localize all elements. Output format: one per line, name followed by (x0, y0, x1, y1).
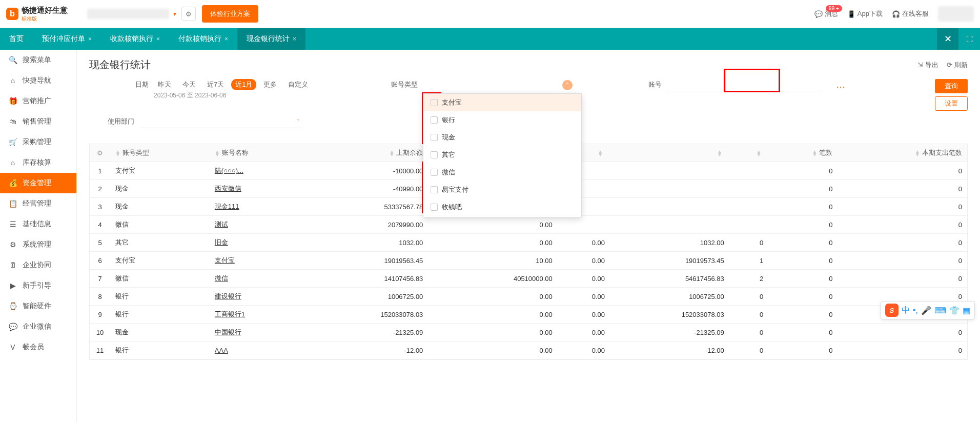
sort-icon[interactable]: ▲▼ (115, 150, 120, 156)
sidebar-item-7[interactable]: 📋经营管理 (0, 193, 76, 214)
dropdown-option-3[interactable]: 其它 (423, 146, 581, 164)
online-service-link[interactable]: 🎧 在线客服 (892, 9, 929, 18)
dropdown-option-0[interactable]: 支付宝 (423, 94, 581, 111)
refresh-button[interactable]: ⟳刷新 (947, 61, 968, 70)
column-header-8[interactable]: ▲▼笔数 (768, 144, 838, 162)
sidebar-item-5[interactable]: ⌂库存核算 (0, 152, 76, 173)
sidebar-item-2[interactable]: 🎁营销推广 (0, 91, 76, 111)
account-name-link[interactable]: AAA (215, 347, 228, 354)
dept-select[interactable]: ˅ (139, 116, 303, 128)
account-name-link[interactable]: 陆(○○○)... (215, 167, 243, 174)
sidebar-item-3[interactable]: 🛍销售管理 (0, 111, 76, 132)
dropdown-option-6[interactable]: 收钱吧 (423, 198, 581, 216)
ime-toolbox-icon[interactable]: ▦ (963, 306, 970, 315)
dropdown-option-1[interactable]: 银行 (423, 111, 581, 129)
account-name-link[interactable]: 现金111 (215, 203, 239, 210)
account-name-link[interactable]: 中国银行 (215, 328, 241, 336)
checkbox-icon[interactable] (431, 116, 438, 124)
account-type-input[interactable] (423, 79, 577, 91)
table-row[interactable]: 5其它旧金1032.000.000.001032.00000 (90, 234, 967, 252)
checkbox-icon[interactable] (431, 204, 438, 211)
column-header-3[interactable]: ▲▼上期余额 (309, 144, 428, 162)
dropdown-option-2[interactable]: 现金 (423, 129, 581, 146)
ime-punct-icon[interactable]: •, (913, 306, 918, 315)
sidebar-item-14[interactable]: V畅会员 (0, 337, 76, 357)
tab-3[interactable]: 付款核销执行× (169, 28, 237, 50)
sidebar-item-1[interactable]: ⌂快捷导航 (0, 70, 76, 91)
user-avatar[interactable] (938, 6, 974, 22)
tab-close-icon[interactable]: × (156, 35, 160, 43)
column-header-6[interactable]: ▲▼ (610, 144, 729, 162)
ime-skin-icon[interactable]: 👕 (949, 306, 959, 315)
sidebar-item-8[interactable]: ☰基础信息 (0, 214, 76, 234)
sidebar-item-0[interactable]: 🔍搜索菜单 (0, 50, 76, 70)
tab-close-icon[interactable]: × (224, 35, 228, 43)
settings-gear-button[interactable]: ⚙ (181, 7, 196, 21)
checkbox-icon[interactable] (431, 134, 438, 141)
messages-link[interactable]: 💬 消息 99 + (814, 9, 838, 18)
dropdown-option-5[interactable]: 易宝支付 (423, 181, 581, 198)
sidebar-item-11[interactable]: ▶新手引导 (0, 275, 76, 296)
sort-icon[interactable]: ▲▼ (915, 150, 920, 156)
account-name-link[interactable]: 工商银行1 (215, 310, 245, 318)
checkbox-icon[interactable] (431, 151, 438, 158)
sort-icon[interactable]: ▲▼ (598, 150, 603, 156)
sidebar-item-4[interactable]: 🛒采购管理 (0, 132, 76, 152)
account-name-link[interactable]: 建设银行 (215, 292, 241, 300)
tab-4[interactable]: 现金银行统计× (237, 28, 305, 50)
fullscreen-button[interactable]: ⛶ (958, 28, 980, 50)
ime-keyboard-icon[interactable]: ⌨ (934, 306, 946, 315)
export-button[interactable]: ⇲导出 (917, 61, 938, 70)
date-chip-4[interactable]: 更多 (259, 79, 281, 90)
account-name-link[interactable]: 西安微信 (215, 185, 241, 192)
account-name-link[interactable]: 旧金 (215, 238, 228, 246)
table-row[interactable]: 11银行AAA-12.000.000.00-12.00000 (90, 341, 967, 359)
date-chip-0[interactable]: 昨天 (154, 79, 175, 90)
table-row[interactable]: 6支付宝支付宝19019563.4510.000.0019019573.4510… (90, 252, 967, 270)
checkbox-icon[interactable] (431, 99, 438, 106)
tab-0[interactable]: 首页 (0, 28, 33, 50)
table-row[interactable]: 7微信微信14107456.8340510000.000.0054617456.… (90, 270, 967, 288)
sort-icon[interactable]: ▲▼ (756, 150, 761, 156)
sort-icon[interactable]: ▲▼ (215, 150, 220, 156)
ime-mic-icon[interactable]: 🎤 (921, 306, 931, 315)
query-button[interactable]: 查询 (935, 79, 968, 93)
column-header-1[interactable]: ▲▼账号类型 (110, 144, 210, 162)
checkbox-icon[interactable] (431, 186, 438, 193)
ime-toolbar[interactable]: S 中 •, 🎤 ⌨ 👕 ▦ (881, 301, 975, 319)
sidebar-item-6[interactable]: 💰资金管理 (0, 173, 76, 193)
column-header-0[interactable]: ⚙ (90, 144, 110, 162)
column-header-2[interactable]: ▲▼账号名称 (210, 144, 309, 162)
sort-icon[interactable]: ▲▼ (389, 150, 394, 156)
account-name-link[interactable]: 支付宝 (215, 256, 235, 264)
tab-2[interactable]: 收款核销执行× (101, 28, 169, 50)
sidebar-item-12[interactable]: ⌚智能硬件 (0, 296, 76, 316)
account-input[interactable] (667, 79, 821, 91)
close-tab-button[interactable]: ✕ (937, 28, 958, 50)
sort-icon[interactable]: ▲▼ (812, 150, 818, 156)
column-header-9[interactable]: ▲▼本期支出笔数 (838, 144, 967, 162)
ime-lang[interactable]: 中 (902, 305, 910, 316)
dropdown-option-7[interactable]: 长沙银行 (423, 216, 581, 217)
column-header-7[interactable]: ▲▼ (729, 144, 768, 162)
date-chip-3[interactable]: 近1月 (231, 79, 256, 90)
tab-1[interactable]: 预付冲应付单× (33, 28, 101, 50)
table-row[interactable]: 4微信测试2079990.000.0000 (90, 216, 967, 234)
table-row[interactable]: 8银行建设银行1006725.000.000.001006725.00000 (90, 288, 967, 306)
table-row[interactable]: 9银行工商银行1152033078.030.000.00152033078.03… (90, 306, 967, 324)
filter-settings-button[interactable]: 设置 (935, 96, 968, 111)
checkbox-icon[interactable] (431, 169, 438, 176)
date-chip-5[interactable]: 自定义 (284, 79, 312, 90)
table-row[interactable]: 10现金中国银行-21325.090.000.00-21325.09000 (90, 324, 967, 341)
more-filters-button[interactable]: ⋯ (836, 81, 846, 92)
experience-button[interactable]: 体验行业方案 (202, 5, 258, 23)
gear-icon[interactable]: ⚙ (97, 149, 103, 157)
date-chip-2[interactable]: 近7天 (203, 79, 228, 90)
tab-close-icon[interactable]: × (88, 35, 92, 43)
company-selector[interactable]: ▾ (87, 9, 176, 19)
sidebar-item-9[interactable]: ⚙系统管理 (0, 234, 76, 255)
tab-close-icon[interactable]: × (293, 35, 296, 43)
sidebar-item-13[interactable]: 💬企业微信 (0, 316, 76, 337)
sort-icon[interactable]: ▲▼ (717, 150, 722, 156)
app-download-link[interactable]: 📱 App下载 (847, 9, 883, 18)
